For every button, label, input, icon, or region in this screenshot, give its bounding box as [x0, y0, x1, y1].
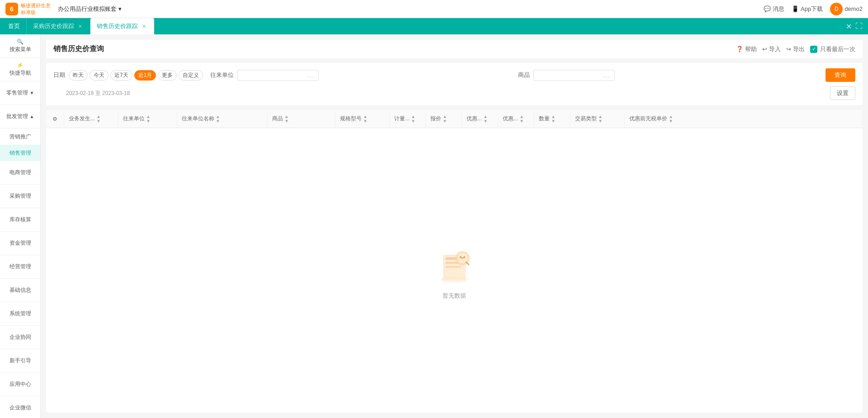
- tab-bar: 首页 采购历史价跟踪 ✕ 销售历史价跟踪 ✕ ✕ ⛶: [0, 18, 868, 34]
- date-range-display: 2023-02-18 至 2023-03-18: [66, 90, 130, 97]
- import-icon: ↩: [762, 46, 767, 52]
- messages-button[interactable]: 💬 消息: [764, 5, 784, 13]
- sidebar-enterprise-label: 企业协同: [9, 333, 31, 341]
- settings-button[interactable]: 设置: [830, 86, 855, 100]
- sidebar-item-retail[interactable]: 零售管理 ▼: [0, 81, 40, 105]
- th-partner-name[interactable]: 往来单位名称 ▲▼: [177, 111, 268, 127]
- sidebar-search-label: 搜索菜单: [9, 46, 31, 53]
- message-icon: 💬: [764, 5, 771, 12]
- sidebar-item-finance[interactable]: 资金管理: [0, 232, 40, 255]
- sidebar-basic-label: 基础信息: [9, 286, 31, 294]
- th-date-sort-icon: ▲▼: [96, 114, 101, 124]
- th-trade-type[interactable]: 交易类型 ▲▼: [571, 111, 625, 127]
- table-area: ⚙ 业务发生... ▲▼ 往来单位 ▲▼ 往来单位名称 ▲▼: [46, 110, 863, 413]
- th-pretax-price[interactable]: 优惠前无税单价 ▲▼: [625, 111, 863, 127]
- tab-fullscreen-icon[interactable]: ⛶: [855, 22, 863, 30]
- sidebar-marketing-label: 营销推广: [9, 133, 31, 141]
- th-discount1[interactable]: 优惠... ▲▼: [462, 111, 498, 127]
- sidebar-item-wholesale[interactable]: 批发管理 ▲: [0, 105, 40, 128]
- tab-purchase-close-icon[interactable]: ✕: [77, 23, 84, 30]
- sidebar-item-system[interactable]: 系统管理: [0, 302, 40, 326]
- app-download-button[interactable]: 📱 App下载: [792, 5, 823, 13]
- company-selector[interactable]: 办公用品行业模拟账套 ▾: [54, 3, 125, 15]
- import-button[interactable]: ↩ 导入: [762, 45, 781, 53]
- th-price-sort-icon: ▲▼: [443, 114, 447, 124]
- help-label: 帮助: [745, 45, 757, 53]
- date-btn-custom[interactable]: 自定义: [179, 70, 203, 81]
- logo-area: 6 畅捷通好生意 标准版: [5, 2, 51, 15]
- th-price-label: 报价: [430, 115, 441, 123]
- sidebar-newbie-label: 新手引导: [9, 357, 31, 365]
- page-content: 销售历史价查询 ❓ 帮助 ↩ 导入 ↪ 导出 ✓: [41, 34, 868, 418]
- th-date[interactable]: 业务发生... ▲▼: [64, 111, 118, 127]
- sidebar-item-sales[interactable]: 销售管理: [0, 145, 40, 161]
- table-header: ⚙ 业务发生... ▲▼ 往来单位 ▲▼ 往来单位名称 ▲▼: [46, 110, 863, 128]
- date-btn-last7[interactable]: 近7天: [110, 70, 132, 81]
- th-qty[interactable]: 数量 ▲▼: [534, 111, 571, 127]
- tab-home[interactable]: 首页: [2, 18, 27, 34]
- date-btn-today[interactable]: 今天: [90, 70, 108, 81]
- tab-bar-end: ✕ ⛶: [846, 18, 866, 34]
- svg-rect-4: [445, 266, 461, 268]
- th-spec[interactable]: 规格型号 ▲▼: [335, 111, 390, 127]
- date-btn-yesterday[interactable]: 昨天: [69, 70, 88, 81]
- product-input[interactable]: ...: [533, 70, 615, 81]
- sidebar-item-operations[interactable]: 经营管理: [0, 255, 40, 279]
- th-partner-id[interactable]: 往来单位 ▲▼: [118, 111, 177, 127]
- filter-row-1: 日期 昨天 今天 近7天 近1月 更多 自定义 往来单位: [53, 68, 855, 82]
- view-last-only-toggle[interactable]: ✓ 只看最后一次: [810, 45, 855, 53]
- help-button[interactable]: ❓ 帮助: [736, 45, 757, 53]
- user-name: demo2: [844, 5, 863, 12]
- user-avatar: D: [830, 3, 843, 15]
- date-btn-last1m[interactable]: 近1月: [134, 70, 156, 81]
- filter-bar: 日期 昨天 今天 近7天 近1月 更多 自定义 往来单位: [46, 63, 863, 105]
- sidebar-item-newbie[interactable]: 新手引导: [0, 349, 40, 373]
- app-logo-text: 畅捷通好生意 标准版: [21, 2, 51, 15]
- company-name: 办公用品行业模拟账套: [58, 5, 117, 13]
- sidebar-finance-label: 资金管理: [9, 239, 31, 247]
- sidebar-item-basic[interactable]: 基础信息: [0, 279, 40, 302]
- view-last-only-checkbox[interactable]: ✓: [810, 46, 817, 53]
- th-trade-type-label: 交易类型: [575, 115, 597, 123]
- partner-input[interactable]: ...: [237, 70, 319, 81]
- tab-close-all-icon[interactable]: ✕: [846, 22, 852, 31]
- th-unit-sort-icon: ▲▼: [411, 114, 415, 124]
- sidebar-item-ecommerce[interactable]: 电商管理: [0, 161, 40, 185]
- partner-filter-label: 往来单位: [210, 71, 234, 79]
- sidebar-item-quicknav[interactable]: ⚡ 快捷导航: [0, 58, 40, 81]
- tab-sales-history[interactable]: 销售历史价跟踪 ✕: [90, 18, 154, 34]
- sidebar-ecommerce-label: 电商管理: [9, 169, 31, 176]
- user-menu[interactable]: D demo2: [830, 3, 863, 15]
- th-unit[interactable]: 计量... ▲▼: [390, 111, 426, 127]
- sidebar-item-appstore[interactable]: 应用中心: [0, 373, 40, 396]
- th-product-sort-icon: ▲▼: [284, 114, 289, 124]
- export-button[interactable]: ↪ 导出: [786, 45, 805, 53]
- query-button[interactable]: 查询: [826, 68, 855, 82]
- tab-sales-label: 销售历史价跟踪: [97, 22, 138, 30]
- sidebar-item-purchase[interactable]: 采购管理: [0, 185, 40, 208]
- page-title-actions: ❓ 帮助 ↩ 导入 ↪ 导出 ✓ 只看最后一次: [736, 45, 855, 53]
- filter-row-2: 2023-02-18 至 2023-03-18 设置: [53, 86, 855, 100]
- sidebar-item-search[interactable]: 🔍 搜索菜单: [0, 34, 40, 58]
- th-unit-label: 计量...: [394, 115, 410, 123]
- sidebar-item-enterprise[interactable]: 企业协同: [0, 326, 40, 349]
- sidebar-item-marketing[interactable]: 营销推广: [0, 128, 40, 145]
- th-discount1-sort-icon: ▲▼: [483, 114, 488, 124]
- tab-purchase-history[interactable]: 采购历史价跟踪 ✕: [27, 18, 90, 34]
- sidebar-item-inventory[interactable]: 库存核算: [0, 208, 40, 232]
- settings-gear-icon: ⚙: [52, 116, 57, 122]
- th-partner-name-label: 往来单位名称: [182, 115, 214, 123]
- th-product[interactable]: 商品 ▲▼: [268, 111, 335, 127]
- sidebar-purchase-label: 采购管理: [9, 192, 31, 200]
- date-btn-more[interactable]: 更多: [158, 70, 177, 81]
- product-filter-group: 商品 ...: [518, 70, 818, 81]
- tab-sales-close-icon[interactable]: ✕: [141, 23, 147, 30]
- th-discount2[interactable]: 优惠... ▲▼: [498, 111, 534, 127]
- sidebar-system-label: 系统管理: [9, 310, 31, 318]
- sidebar-item-wechat[interactable]: 企业微信: [0, 396, 40, 418]
- sidebar-wholesale-label: 批发管理: [6, 113, 28, 120]
- th-settings[interactable]: ⚙: [46, 112, 64, 126]
- th-price[interactable]: 报价 ▲▼: [426, 111, 462, 127]
- help-icon: ❓: [736, 46, 743, 52]
- sidebar-inventory-label: 库存核算: [9, 216, 31, 223]
